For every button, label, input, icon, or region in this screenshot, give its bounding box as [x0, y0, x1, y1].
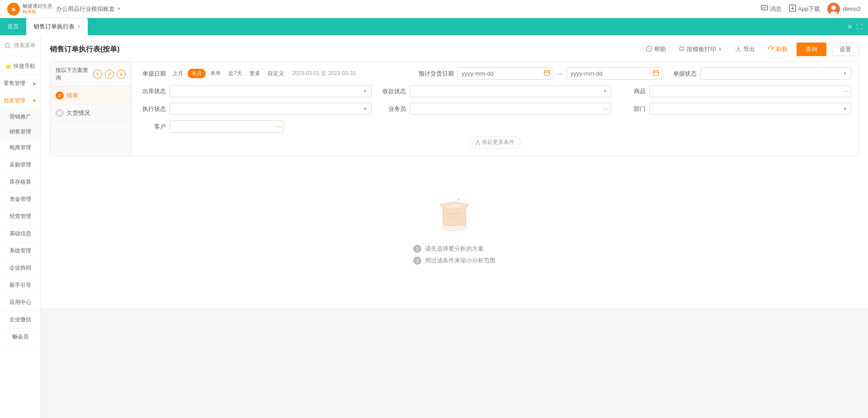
sidebar-item-finance[interactable]: 资金管理 [0, 191, 40, 208]
outbound-input[interactable] [170, 86, 359, 97]
tab-home[interactable]: 首页 [0, 18, 26, 35]
salesperson-input-group[interactable]: ··· [410, 103, 612, 115]
edit-scheme-button[interactable] [105, 70, 114, 79]
avatar [827, 3, 840, 15]
refresh-icon [768, 46, 774, 53]
sidebar-item-operations[interactable]: 经营管理 [0, 208, 40, 225]
header-right: 消息 App下载 demo2 [761, 3, 861, 15]
last-7-days-btn[interactable]: 近7天 [226, 69, 245, 78]
collapse-scheme-button[interactable]: « [117, 70, 126, 79]
user-avatar-action[interactable]: demo2 [827, 3, 861, 15]
sidebar-item-wechat[interactable]: 企业微信 [0, 311, 40, 328]
svg-text:畅: 畅 [12, 8, 15, 12]
status-chevron-icon: ▼ [839, 71, 851, 76]
help-icon: ? [646, 46, 652, 53]
collection-label: 收款状态 [379, 87, 406, 95]
more-dates-btn[interactable]: 更多 [247, 69, 263, 78]
department-group: 部门 ▼ [618, 103, 851, 115]
close-window-icon[interactable]: ✕ [847, 23, 853, 30]
filter-panel: 按以下方案查询 + « [50, 62, 859, 156]
search-button[interactable]: 查询 [797, 43, 826, 56]
print-button[interactable]: 按模板打印 ▼ [675, 43, 726, 55]
sidebar-item-enterprise-collab[interactable]: 企业协同 [0, 260, 40, 277]
sidebar-item-inventory[interactable]: 库存核算 [0, 174, 40, 191]
doc-status-select[interactable]: ▼ [700, 67, 851, 80]
page-title-row: 销售订单执行表(按单) ? 帮助 [50, 43, 859, 56]
download-icon [789, 5, 796, 13]
sidebar-item-basic-info[interactable]: 基础信息 [0, 225, 40, 242]
department-input[interactable] [650, 103, 839, 114]
collapse-button[interactable]: ⋀ 收起更多条件 [470, 136, 520, 148]
svg-rect-17 [653, 71, 659, 76]
add-scheme-button[interactable]: + [93, 70, 102, 79]
doc-status-input[interactable] [701, 68, 839, 79]
product-input[interactable] [650, 86, 841, 97]
expected-delivery-group: 预计交货日期 [419, 67, 662, 80]
customer-more-icon[interactable]: ··· [274, 123, 283, 131]
export-button[interactable]: 导出 [731, 43, 759, 55]
empty-tip-2: 2 用过滤条件来缩小分析范围 [413, 256, 495, 265]
empty-state: ✦ ✦ ✦ 1 请先选择要分析的方案 [50, 156, 859, 301]
sidebar-item-ecommerce[interactable]: 电商管理 [0, 139, 40, 157]
product-input-group[interactable]: ··· [649, 85, 851, 97]
sidebar-item-vip[interactable]: 畅会员 [0, 328, 40, 346]
delivery-start-input[interactable] [458, 68, 541, 79]
calendar-icon [541, 70, 553, 77]
sidebar-item-onboarding[interactable]: 新手引导 [0, 277, 40, 294]
this-year-btn[interactable]: 本年 [208, 69, 224, 78]
scheme-header: 按以下方案查询 + « [50, 62, 131, 87]
custom-date-btn[interactable]: 自定义 [265, 69, 287, 78]
sidebar-item-system[interactable]: 系统管理 [0, 242, 40, 260]
department-select[interactable]: ▼ [649, 103, 851, 115]
top-header: 畅 畅捷通好生意 标准版 办公用品行业模拟账套 ▼ 消息 [0, 0, 868, 18]
customer-input[interactable] [170, 121, 274, 132]
page-inner: 销售订单执行表(按单) ? 帮助 [41, 35, 868, 308]
delivery-date-end[interactable] [566, 67, 662, 80]
tab-close-icon[interactable]: × [77, 24, 80, 30]
sidebar-item-app-center[interactable]: 应用中心 [0, 294, 40, 311]
this-month-btn[interactable]: 本月 [188, 69, 206, 78]
execution-select[interactable]: ▼ [170, 103, 372, 115]
filter-row-2: 出库状态 ▼ 收款状态 ▼ [139, 85, 851, 97]
maximize-icon[interactable]: ⛶ [856, 23, 863, 30]
product-more-icon[interactable]: ··· [841, 87, 851, 95]
salesperson-input[interactable] [410, 103, 601, 114]
sidebar-search-btn[interactable]: 搜索菜单 [4, 40, 37, 51]
sidebar-item-retail[interactable]: 零售管理 ▶ [0, 75, 40, 92]
last-month-btn[interactable]: 上月 [170, 69, 186, 78]
message-icon [761, 5, 768, 13]
outbound-select[interactable]: ▼ [170, 85, 372, 97]
salesperson-more-icon[interactable]: ··· [601, 105, 611, 113]
refresh-button[interactable]: 刷新 [764, 43, 791, 55]
customer-label: 客户 [139, 123, 166, 131]
salesperson-group: 业务员 ··· [379, 103, 612, 115]
sidebar-item-sales[interactable]: 销售管理 [0, 124, 40, 139]
settings-button[interactable]: 设置 [832, 43, 859, 56]
content-area: 销售订单执行表(按单) ? 帮助 [41, 35, 868, 418]
download-action[interactable]: App下载 [789, 5, 820, 13]
delivery-end-input[interactable] [567, 68, 650, 79]
sidebar-item-marketing[interactable]: 营销推广 [0, 109, 40, 124]
logo-area: 畅 畅捷通好生意 标准版 [7, 3, 52, 15]
message-action[interactable]: 消息 [761, 5, 782, 13]
delivery-date-start[interactable] [458, 67, 553, 80]
filter-row-3: 执行状态 ▼ 业务员 ··· [139, 103, 851, 115]
collection-input[interactable] [410, 86, 599, 97]
sidebar-item-purchase[interactable]: 采购管理 [0, 157, 40, 174]
sidebar-quick-nav-item[interactable]: ⭐ 快捷导航 [0, 60, 40, 73]
customer-input-group[interactable]: ··· [170, 120, 283, 133]
tab-sales-order[interactable]: 销售订单执行表 × [26, 18, 88, 35]
help-button[interactable]: ? 帮助 [642, 43, 670, 55]
scheme-item-by-order[interactable]: 按单 [50, 87, 131, 104]
scheme-item-shortage[interactable]: 欠货情况 [50, 104, 131, 122]
execution-input[interactable] [170, 103, 359, 114]
expected-delivery-label: 预计交货日期 [419, 70, 454, 78]
sidebar-item-wholesale[interactable]: 批发管理 ▼ [0, 92, 40, 109]
scheme-header-actions: + « [93, 70, 126, 79]
scheme-panel: 按以下方案查询 + « [50, 62, 132, 156]
outbound-group: 出库状态 ▼ [139, 85, 372, 97]
company-selector[interactable]: 办公用品行业模拟账套 ▼ [56, 5, 121, 13]
doc-status-group: 单据状态 ▼ [670, 67, 851, 80]
collection-select[interactable]: ▼ [410, 85, 612, 97]
execution-chevron-icon: ▼ [359, 106, 371, 111]
